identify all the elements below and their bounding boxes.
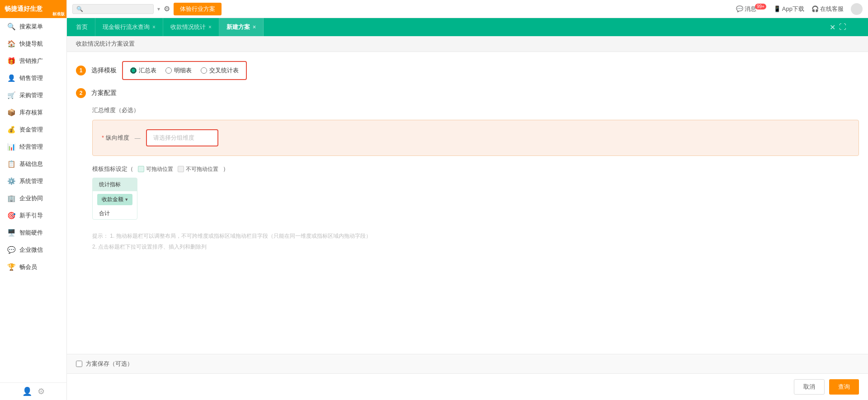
- sidebar-item-inventory[interactable]: 📦库存核算: [0, 104, 66, 121]
- inventory-icon: 📦: [7, 108, 16, 117]
- tab-label-new_plan: 新建方案: [226, 23, 250, 31]
- step2-num: 2: [76, 88, 86, 98]
- template-detail-radio[interactable]: [165, 67, 172, 74]
- tab-home[interactable]: 首页: [67, 18, 95, 36]
- sidebar-item-operation[interactable]: 📊经营管理: [0, 138, 66, 155]
- metrics-section: 模板指标设定（ 可拖动位置 不可拖动位置 ） 统计指标: [92, 165, 859, 220]
- close-window-btn[interactable]: ✕: [830, 23, 835, 32]
- sidebar-label-member: 畅会员: [19, 263, 37, 271]
- sidebar-item-fund[interactable]: 💰资金管理: [0, 121, 66, 138]
- tab-close-cashflow[interactable]: ×: [152, 24, 156, 30]
- sidebar-label-purchase: 采购管理: [19, 91, 43, 99]
- hint-1: 提示： 1. 拖动标题栏可以调整布局，不可跨维度或指标区域拖动栏目字段（只能在同…: [92, 231, 859, 241]
- sidebar-label-wechat: 企业微信: [19, 246, 43, 254]
- tab-cashflow[interactable]: 现金银行流水查询 ×: [95, 18, 163, 36]
- save-checkbox[interactable]: [76, 361, 82, 367]
- fund-icon: 💰: [7, 126, 16, 134]
- template-cross[interactable]: 交叉统计表: [201, 66, 239, 75]
- sidebar-item-newbie[interactable]: 🎯新手引导: [0, 207, 66, 224]
- legend-fixed: 不可拖动位置: [178, 165, 218, 173]
- tabbar: 首页现金银行流水查询 ×收款情况统计 ×新建方案 × ✕ ⛶: [67, 18, 868, 36]
- sidebar-item-marketing[interactable]: 🎁营销推广: [0, 52, 66, 70]
- user-avatar[interactable]: [851, 3, 863, 15]
- newbie-icon: 🎯: [7, 212, 16, 220]
- hint-1-text: 1. 拖动标题栏可以调整布局，不可跨维度或指标区域拖动栏目字段（只能在同一维度或…: [110, 233, 371, 239]
- template-detail[interactable]: 明细表: [165, 66, 192, 75]
- dropdown-arrow[interactable]: ▾: [157, 6, 160, 12]
- download-label: App下载: [782, 5, 804, 13]
- tabbar-actions: ✕ ⛶: [830, 18, 850, 36]
- operation-icon: 📊: [7, 143, 16, 151]
- sidebar-label-basic: 基础信息: [19, 160, 43, 168]
- sidebar-logo: 畅捷通好生意 标准版: [0, 0, 66, 18]
- maximize-btn[interactable]: ⛶: [839, 23, 846, 31]
- page-title: 收款情况统计方案设置: [76, 40, 135, 47]
- template-summary[interactable]: 汇总表: [130, 66, 156, 75]
- template-options: 汇总表 明细表 交叉统计表: [122, 61, 247, 80]
- service-item[interactable]: 🎧 在线客服: [811, 5, 844, 13]
- topbar: 🔍 ▾ ⚙ 体验行业方案 💬 消息 99+ 📱 App下载 🎧 在线客服: [67, 0, 868, 18]
- user-icon[interactable]: 👤: [22, 386, 32, 396]
- sidebar-item-purchase[interactable]: 🛒采购管理: [0, 87, 66, 104]
- sidebar-item-member[interactable]: 🏆畅会员: [0, 259, 66, 276]
- dimension-title: 汇总维度（必选）: [92, 106, 859, 114]
- sidebar-item-system[interactable]: ⚙️系统管理: [0, 173, 66, 190]
- sidebar-label-search: 搜索菜单: [19, 23, 43, 31]
- sidebar-item-search[interactable]: 🔍搜索菜单: [0, 18, 66, 35]
- vertical-label: * 纵向维度: [102, 134, 129, 142]
- system-icon: ⚙️: [7, 177, 16, 185]
- dimension-config: 汇总维度（必选） * 纵向维度 — 请选择分组维度 模板指标设定（: [92, 106, 859, 252]
- hint-2: 2. 点击标题栏下拉可设置排序、插入列和删除列: [92, 241, 859, 252]
- sidebar-item-wechat[interactable]: 💬企业微信: [0, 241, 66, 259]
- sidebar-item-sales[interactable]: 👤销售管理: [0, 70, 66, 87]
- tab-new_plan[interactable]: 新建方案 ×: [219, 18, 264, 36]
- notification-badge: 99+: [755, 4, 766, 9]
- template-cross-radio[interactable]: [201, 67, 207, 74]
- service-label: 在线客服: [820, 5, 844, 13]
- gear-icon[interactable]: ⚙: [164, 5, 170, 13]
- sidebar-item-quicknav[interactable]: 🏠快捷导航: [0, 35, 66, 52]
- tab-label-collection: 收款情况统计: [170, 23, 206, 31]
- smart-icon: 🖥️: [7, 229, 16, 237]
- tab-close-collection[interactable]: ×: [208, 24, 212, 30]
- search-input[interactable]: [85, 6, 148, 12]
- tab-close-new_plan[interactable]: ×: [253, 24, 256, 30]
- sidebar-item-corp[interactable]: 🏢企业协同: [0, 190, 66, 207]
- notification-item[interactable]: 💬 消息 99+: [736, 5, 766, 13]
- template-summary-radio[interactable]: [130, 67, 137, 74]
- required-mark: *: [102, 134, 104, 141]
- tab-label-home: 首页: [76, 23, 88, 31]
- draggable-icon: [138, 166, 144, 172]
- sidebar-item-smart[interactable]: 🖥️智能硬件: [0, 224, 66, 241]
- cancel-button[interactable]: 取消: [794, 379, 825, 395]
- marketing-icon: 🎁: [7, 57, 16, 65]
- dimension-area: * 纵向维度 — 请选择分组维度: [92, 120, 859, 156]
- form-section: 1 选择模板 汇总表 明细表 交叉统计表: [67, 52, 868, 354]
- sidebar-bottom: 👤 ⚙: [0, 382, 66, 400]
- settings-icon[interactable]: ⚙: [38, 386, 45, 396]
- logo-text: 畅捷通好生意: [5, 5, 42, 13]
- sales-icon: 👤: [7, 74, 16, 82]
- template-summary-label: 汇总表: [139, 66, 156, 75]
- sidebar-item-basic[interactable]: 📋基础信息: [0, 155, 66, 173]
- sidebar-label-inventory: 库存核算: [19, 108, 43, 117]
- sidebar-label-smart: 智能硬件: [19, 229, 43, 237]
- basic-icon: 📋: [7, 160, 16, 168]
- vertical-label-text: 纵向维度: [106, 134, 129, 141]
- hint-2-text: 2. 点击标题栏下拉可设置排序、插入列和删除列: [92, 244, 207, 250]
- footer-bar: 取消 查询: [67, 373, 868, 400]
- service-icon: 🎧: [811, 5, 819, 12]
- download-item[interactable]: 📱 App下载: [774, 5, 804, 13]
- metrics-tag-dropdown[interactable]: ▾: [125, 197, 128, 202]
- purchase-icon: 🛒: [7, 91, 16, 99]
- dimension-select[interactable]: 请选择分组维度: [146, 129, 218, 146]
- query-button[interactable]: 查询: [829, 379, 859, 395]
- topbar-right: 💬 消息 99+ 📱 App下载 🎧 在线客服: [736, 3, 863, 15]
- metrics-tag[interactable]: 收款金额 ▾: [97, 194, 132, 205]
- search-box[interactable]: 🔍: [72, 4, 154, 14]
- tab-collection[interactable]: 收款情况统计 ×: [163, 18, 219, 36]
- hint-prefix: 提示：: [92, 233, 108, 239]
- download-icon: 📱: [774, 5, 781, 12]
- corp-icon: 🏢: [7, 194, 16, 202]
- industry-btn[interactable]: 体验行业方案: [174, 3, 222, 15]
